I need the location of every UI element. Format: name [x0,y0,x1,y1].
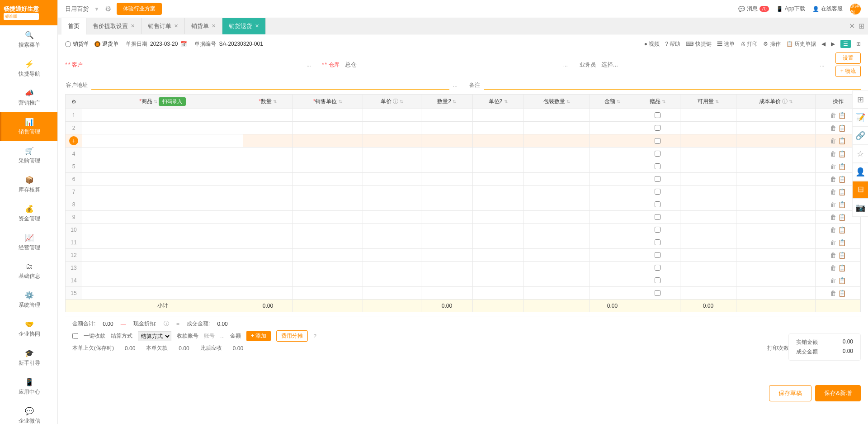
row-gift-cell[interactable] [635,224,680,236]
row-unit-price-cell[interactable] [363,249,421,262]
row-unit2-cell[interactable] [472,134,524,148]
row-amount-cell[interactable] [590,122,635,134]
row-sales-unit-cell[interactable] [292,173,363,186]
copy-row-button[interactable]: 📋 [838,264,846,272]
row-sales-unit-cell[interactable] [292,236,363,249]
row-gift-cell[interactable] [635,122,680,134]
row-cost-price-cell[interactable] [736,262,816,274]
tab-sales-delivery-close[interactable]: ✕ [212,23,216,29]
row-gift-cell[interactable] [635,287,680,300]
row-cost-price-cell[interactable] [736,160,816,173]
row-pack-qty-cell[interactable] [524,148,590,160]
row-amount-cell[interactable] [590,186,635,198]
app-download-item[interactable]: 📱 App下载 [776,5,805,13]
row-cost-price-cell[interactable] [736,249,816,262]
row-qty2-cell[interactable] [421,186,472,198]
row-unit-price-cell[interactable] [363,236,421,249]
toolbar-video[interactable]: ● 视频 [644,40,660,48]
row-pack-qty-cell[interactable] [524,122,590,134]
gift-checkbox[interactable] [655,227,660,233]
copy-row-button[interactable]: 📋 [838,214,846,221]
customer-dots[interactable]: ... [307,62,311,68]
delete-row-button[interactable]: 🗑 [830,112,836,119]
row-product-cell[interactable] [82,134,243,148]
settings-button[interactable]: 设置 [835,52,861,64]
row-quantity-cell[interactable] [243,198,292,211]
row-pack-qty-cell[interactable] [524,160,590,173]
row-gift-cell[interactable] [635,198,680,211]
row-quantity-cell[interactable] [243,236,292,249]
sort-unit2-icon[interactable]: ⇅ [504,99,508,104]
row-pack-qty-cell[interactable] [524,236,590,249]
row-product-cell[interactable] [82,186,243,198]
row-product-cell[interactable] [82,287,243,300]
row-unit-price-cell[interactable] [363,274,421,287]
row-amount-cell[interactable] [590,287,635,300]
address-input[interactable] [91,81,449,90]
sidebar-item-marketing[interactable]: 📣 营销推广 [0,83,57,112]
row-quantity-cell[interactable] [243,262,292,274]
radio-return-input[interactable] [94,41,100,47]
account-more-dots[interactable]: ... [220,333,225,339]
row-product-cell[interactable] [82,236,243,249]
row-quantity-cell[interactable] [243,287,292,300]
row-qty2-cell[interactable] [421,160,472,173]
sort-unit-icon[interactable]: ⇅ [339,99,342,104]
tab-price-close[interactable]: ✕ [131,23,135,29]
row-sales-unit-cell[interactable] [292,148,363,160]
row-available-cell[interactable] [680,236,736,249]
gift-checkbox[interactable] [655,151,660,157]
row-quantity-cell[interactable] [243,109,292,122]
row-unit2-cell[interactable] [472,160,524,173]
row-unit-price-cell[interactable] [363,186,421,198]
row-amount-cell[interactable] [590,224,635,236]
row-unit2-cell[interactable] [472,198,524,211]
row-sales-unit-cell[interactable] [292,134,363,148]
delete-row-button[interactable]: 🗑 [830,176,836,183]
salesperson-dots[interactable]: ... [820,62,825,68]
row-gift-cell[interactable] [635,274,680,287]
gift-checkbox[interactable] [655,277,660,283]
row-qty2-cell[interactable] [421,109,472,122]
gift-checkbox[interactable] [655,265,660,271]
copy-row-button[interactable]: 📋 [838,176,846,183]
gift-checkbox[interactable] [655,189,660,195]
row-product-cell[interactable] [82,122,243,134]
row-unit2-cell[interactable] [472,249,524,262]
delete-row-button[interactable]: 🗑 [830,264,836,272]
copy-row-button[interactable]: 📋 [838,163,846,170]
row-quantity-cell[interactable] [243,186,292,198]
sidebar-item-guide[interactable]: 🎓 新手引导 [0,343,57,372]
row-pack-qty-cell[interactable] [524,274,590,287]
row-unit-price-cell[interactable] [363,122,421,134]
row-qty2-cell[interactable] [421,224,472,236]
user-profile-item[interactable]: 徐泽华 [850,4,861,14]
row-available-cell[interactable] [680,249,736,262]
row-gift-cell[interactable] [635,186,680,198]
row-gift-cell[interactable] [635,173,680,186]
row-available-cell[interactable] [680,224,736,236]
row-cost-price-cell[interactable] [736,211,816,224]
row-product-cell[interactable] [82,160,243,173]
row-pack-qty-cell[interactable] [524,198,590,211]
copy-row-button[interactable]: 📋 [838,226,846,233]
col-settings-header[interactable]: ⚙ [66,95,82,109]
float-screen-btn[interactable]: 🖥 [852,181,868,199]
tab-price-settings[interactable]: 售价提取设置 ✕ [86,18,142,34]
row-amount-cell[interactable] [590,236,635,249]
row-cost-price-cell[interactable] [736,224,816,236]
delete-row-button[interactable]: 🗑 [830,277,836,284]
settlement-select[interactable]: 结算方式 [138,331,171,341]
row-unit2-cell[interactable] [472,211,524,224]
radio-sales[interactable]: 销货单 [65,40,89,48]
row-pack-qty-cell[interactable] [524,109,590,122]
row-cost-price-cell[interactable] [736,134,816,148]
row-cost-price-cell[interactable] [736,109,816,122]
row-gift-cell[interactable] [635,249,680,262]
row-product-cell[interactable] [82,249,243,262]
toolbar-help[interactable]: ? 帮助 [665,40,680,48]
tab-home[interactable]: 首页 [61,18,86,34]
row-pack-qty-cell[interactable] [524,186,590,198]
sort-qty-icon[interactable]: ⇅ [273,99,277,104]
toolbar-print[interactable]: 🖨 打印 [740,40,758,48]
